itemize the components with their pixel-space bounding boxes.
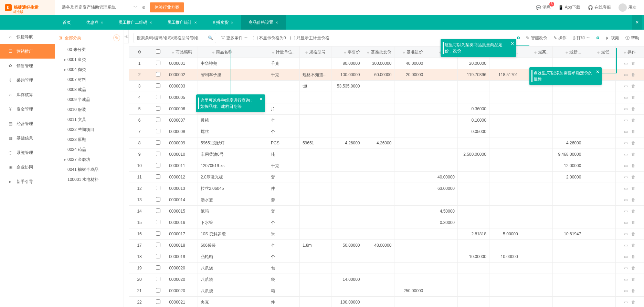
row-edit-icon[interactable]: ▭ (624, 61, 628, 66)
cell-retail[interactable] (331, 149, 363, 160)
row-checkbox[interactable] (156, 265, 160, 270)
row-select[interactable] (150, 240, 166, 251)
row-delete-icon[interactable]: 🗑 (631, 106, 635, 111)
row-delete-icon[interactable]: 🗑 (631, 186, 635, 191)
row-select[interactable] (150, 285, 166, 297)
row-delete-icon[interactable]: 🗑 (631, 266, 635, 270)
cell-cost[interactable] (394, 297, 426, 307)
cell-retail[interactable] (331, 251, 363, 263)
row-checkbox[interactable] (156, 231, 160, 236)
nav-item[interactable]: ☰营销推广 (0, 44, 55, 59)
cell-ref[interactable] (426, 228, 458, 240)
collapse-pane-icon[interactable]: ≪ (124, 30, 129, 43)
row-delete-icon[interactable]: 🗑 (631, 209, 635, 214)
smart-reprice-button[interactable]: ✎ 智能改价 (526, 35, 547, 41)
col-header[interactable]: ◆基准进价 (394, 47, 426, 58)
cell-wholesale[interactable] (363, 81, 394, 92)
print-button[interactable]: ⎙ 打印 ﹀ (573, 35, 590, 41)
category-item[interactable]: 00 未分类 (55, 45, 124, 55)
cell-retail[interactable] (331, 194, 363, 206)
cell-cost[interactable] (394, 206, 426, 217)
search-input[interactable] (137, 35, 208, 40)
cell-retail[interactable] (331, 217, 363, 228)
row-checkbox[interactable] (156, 106, 160, 111)
cell-cost[interactable] (394, 217, 426, 228)
row-select[interactable] (150, 217, 166, 228)
cell-retail[interactable] (331, 285, 363, 297)
table-row[interactable]: 200000020八爪烧袋14.00000▭🗑 (129, 274, 644, 285)
row-select[interactable] (150, 137, 166, 149)
cell-cost[interactable]: 40.00000 (394, 58, 426, 69)
row-select[interactable] (150, 183, 166, 194)
row-checkbox[interactable] (156, 140, 160, 145)
category-item[interactable]: ▸0004 肉类 (55, 65, 124, 75)
row-delete-icon[interactable]: 🗑 (631, 197, 635, 202)
cell-ref[interactable]: 0.30000 (426, 217, 458, 228)
row-delete-icon[interactable]: 🗑 (631, 118, 635, 123)
row-select[interactable] (150, 149, 166, 160)
col-header[interactable]: ◆基准批发价 (363, 47, 394, 58)
row-edit-icon[interactable]: ▭ (624, 254, 628, 259)
table-row[interactable]: 1100000122.0厚激光板套40.000002.00000▭🗑 (129, 172, 644, 183)
row-edit-icon[interactable]: ▭ (624, 163, 628, 168)
category-item[interactable]: 100001 水电材料 (55, 175, 124, 185)
close-hint-icon[interactable]: ✕ (596, 69, 600, 75)
more-conditions-button[interactable]: ▽ 更多条件 ﹀ (221, 35, 248, 41)
cell-wholesale[interactable]: 4.26000 (363, 137, 394, 149)
tab-优惠券[interactable]: 优惠券✕ (78, 15, 111, 30)
row-edit-icon[interactable]: ▭ (624, 118, 628, 123)
nav-item[interactable]: ¥资金管理 (0, 102, 55, 116)
cell-wholesale[interactable] (363, 194, 394, 206)
cell-wholesale[interactable] (363, 115, 394, 126)
row-edit-icon[interactable]: ▭ (624, 175, 628, 180)
row-delete-icon[interactable]: 🗑 (631, 175, 635, 180)
cell-wholesale[interactable] (363, 149, 394, 160)
row-select[interactable] (150, 103, 166, 115)
cell-wholesale[interactable] (363, 274, 394, 285)
cell-ref[interactable] (426, 251, 458, 263)
category-item[interactable]: 0034 药品 (55, 145, 124, 155)
messages-link[interactable]: 💬 消息 6 (536, 4, 551, 10)
close-tab-icon[interactable]: ✕ (101, 21, 103, 24)
cell-retail[interactable]: 4.26000 (331, 137, 363, 149)
cell-wholesale[interactable]: 60.00000 (363, 69, 394, 81)
cell-cost[interactable] (394, 228, 426, 240)
row-checkbox[interactable] (156, 254, 160, 258)
nav-item[interactable]: ▦基础信息 (0, 131, 55, 145)
cell-ref[interactable] (426, 115, 458, 126)
cell-wholesale[interactable] (363, 217, 394, 228)
cell-ref[interactable] (426, 103, 458, 115)
category-item[interactable]: ▸0001 鱼类 (55, 55, 124, 65)
category-item[interactable]: 0009 半成品 (55, 95, 124, 105)
row-select[interactable] (150, 206, 166, 217)
cell-retail[interactable] (331, 183, 363, 194)
row-delete-icon[interactable]: 🗑 (631, 84, 635, 89)
cell-retail[interactable] (331, 228, 363, 240)
system-dropdown[interactable]: 装备及固定资产辅助管理系统 ﹀ (62, 4, 138, 10)
row-delete-icon[interactable]: 🗑 (631, 288, 635, 293)
cell-cost[interactable] (394, 263, 426, 274)
cell-retail[interactable] (331, 172, 363, 183)
row-checkbox[interactable] (156, 129, 160, 133)
row-checkbox[interactable] (156, 174, 160, 179)
row-delete-icon[interactable]: 🗑 (631, 243, 635, 248)
cell-ref[interactable] (426, 297, 458, 307)
nav-item[interactable]: ✿销售管理 (0, 59, 55, 73)
cell-cost[interactable] (394, 81, 426, 92)
row-delete-icon[interactable]: 🗑 (631, 220, 635, 225)
cell-ref[interactable] (426, 263, 458, 274)
cell-cost[interactable] (394, 194, 426, 206)
cell-wholesale[interactable] (363, 285, 394, 297)
row-checkbox[interactable] (156, 163, 160, 167)
col-header[interactable]: ◆计量单位... (268, 47, 300, 58)
cell-wholesale[interactable] (363, 297, 394, 307)
col-header[interactable]: ◆零售价 (331, 47, 363, 58)
table-scroll[interactable]: ⚙◆商品编码◆商品名称◆计量单位...◆规格型号◆零售价◆基准批发价◆基准进价◆… (129, 46, 644, 307)
hide-zero-input[interactable] (253, 36, 257, 40)
cell-retail[interactable]: 100.00000 (331, 69, 363, 81)
cell-cost[interactable]: 20.00000 (394, 69, 426, 81)
cell-cost[interactable] (394, 172, 426, 183)
row-edit-icon[interactable]: ▭ (624, 141, 628, 145)
nav-item[interactable]: ▣企业协同 (0, 160, 55, 174)
col-header[interactable]: ◆操作 (616, 47, 644, 58)
